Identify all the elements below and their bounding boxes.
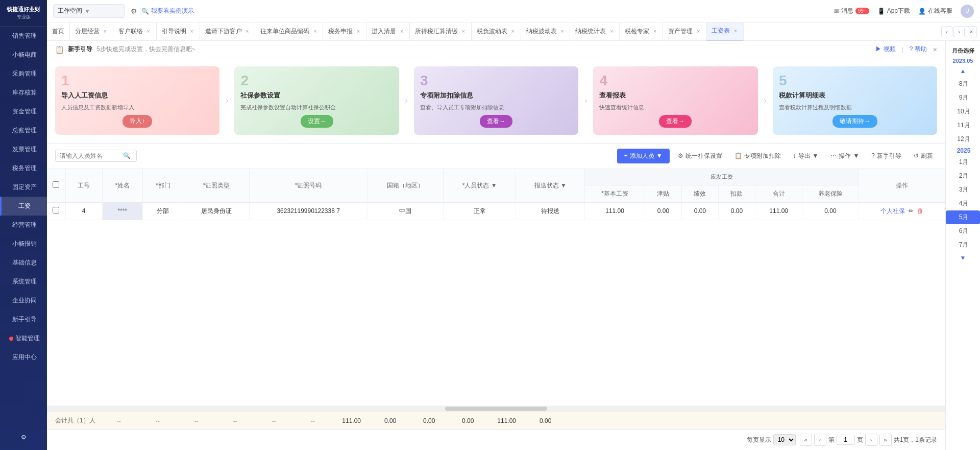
demo-link[interactable]: 🔍 我要看实例演示: [141, 7, 194, 15]
sidebar-item-marketing[interactable]: 小畅报销: [0, 234, 47, 253]
month-item-5[interactable]: 5月: [946, 210, 980, 224]
settings-icon[interactable]: ⚙: [131, 7, 137, 15]
scrollbar-thumb[interactable]: [445, 407, 547, 411]
guide-close-button[interactable]: ×: [933, 45, 937, 54]
guide-button-table[interactable]: ? 新手引导: [867, 150, 905, 162]
tab-tax-expert-close[interactable]: ×: [652, 28, 657, 35]
tab-tax-burden-close[interactable]: ×: [510, 28, 516, 35]
sidebar-item-basic[interactable]: 基础信息: [0, 253, 47, 272]
sidebar-item-smart[interactable]: 智能管理: [0, 329, 47, 348]
row-personal-social-security-link[interactable]: 个人社保: [880, 207, 905, 215]
refresh-button[interactable]: ↺ 刷新: [910, 150, 937, 162]
sidebar-item-system[interactable]: 系统管理: [0, 272, 47, 291]
operations-button[interactable]: ⋯ 操作 ▼: [826, 150, 863, 162]
month-item-1[interactable]: 1月: [946, 155, 980, 169]
horizontal-scrollbar[interactable]: [47, 406, 945, 412]
sidebar-item-guide[interactable]: 新手引导: [0, 310, 47, 329]
prev-page-button[interactable]: ‹: [814, 434, 826, 446]
tab-tax-burden[interactable]: 税负波动表 ×: [472, 22, 521, 41]
month-item-9[interactable]: 9月: [946, 91, 980, 105]
month-item-12[interactable]: 12月: [946, 132, 980, 146]
row-delete-icon[interactable]: 🗑: [917, 207, 923, 215]
sidebar-item-appcenter[interactable]: 应用中心: [0, 348, 47, 367]
step-4-btn[interactable]: 查看→: [659, 115, 692, 128]
tab-tax-stats-close[interactable]: ×: [609, 28, 614, 35]
workspace-selector[interactable]: 工作空间 ▼: [53, 4, 125, 18]
sidebar-item-ecommerce[interactable]: 小畅电商: [0, 45, 47, 64]
tab-guide-desc[interactable]: 引导说明 ×: [157, 22, 200, 41]
sidebar-item-cooperation[interactable]: 企业协同: [0, 291, 47, 310]
sidebar-item-capital[interactable]: 资金管理: [0, 102, 47, 121]
tab-tax-return[interactable]: 税务申报 ×: [323, 22, 366, 41]
tab-home[interactable]: 首页: [47, 22, 70, 41]
month-item-6[interactable]: 6月: [946, 224, 980, 238]
month-item-8[interactable]: 8月: [946, 77, 980, 91]
month-item-11[interactable]: 11月: [946, 119, 980, 132]
guide-video-link[interactable]: ▶ 视频: [875, 45, 895, 54]
tab-product-code-close[interactable]: ×: [312, 28, 317, 35]
sidebar-item-sales[interactable]: 销售管理: [0, 27, 47, 45]
tab-tax-return-close[interactable]: ×: [356, 28, 361, 35]
select-all-checkbox[interactable]: [53, 181, 59, 188]
row-edit-icon[interactable]: ✏: [909, 207, 914, 215]
message-button[interactable]: ✉ 消息 99+: [834, 7, 869, 15]
next-page-button[interactable]: ›: [865, 434, 877, 446]
user-avatar[interactable]: U: [961, 5, 974, 18]
month-item-4[interactable]: 4月: [946, 197, 980, 210]
tab-tax-stats[interactable]: 纳税统计表 ×: [570, 22, 620, 41]
tab-payroll[interactable]: 工资表 ×: [706, 22, 744, 41]
sidebar-item-assets[interactable]: 固定资产: [0, 178, 47, 197]
tab-scroll-left[interactable]: ‹: [941, 26, 952, 37]
tab-clearance[interactable]: 进入清册 ×: [366, 22, 410, 41]
month-nav-down[interactable]: ▼: [958, 253, 968, 263]
sidebar-item-tax[interactable]: 税务管理: [0, 159, 47, 178]
sidebar-item-inventory[interactable]: 库存核算: [0, 83, 47, 102]
tab-customer-close[interactable]: ×: [146, 28, 151, 35]
guide-help-link[interactable]: ? 帮助: [910, 45, 927, 54]
export-button[interactable]: ↓ 导出 ▼: [789, 150, 823, 162]
tab-layered-ops-close[interactable]: ×: [103, 28, 108, 35]
last-page-button[interactable]: »: [879, 434, 892, 446]
page-input[interactable]: [837, 435, 855, 445]
tab-layered-ops[interactable]: 分层经营 ×: [70, 22, 113, 41]
month-item-2[interactable]: 2月: [946, 169, 980, 183]
tab-tax-fluctuation-close[interactable]: ×: [560, 28, 565, 35]
add-person-button[interactable]: + 添加人员 ▼: [617, 149, 670, 163]
tab-guide-desc-close[interactable]: ×: [189, 28, 194, 35]
sidebar-item-invoice[interactable]: 发票管理: [0, 140, 47, 159]
tab-tax-fluctuation[interactable]: 纳税波动表 ×: [521, 22, 571, 41]
special-deduction-button[interactable]: 📋 专项附加扣除: [730, 150, 785, 162]
tab-income-tax-close[interactable]: ×: [461, 28, 466, 35]
step-3-btn[interactable]: 查看→: [480, 115, 512, 128]
step-2-btn[interactable]: 设置→: [301, 115, 333, 128]
tab-scroll-right[interactable]: ›: [953, 26, 965, 37]
tab-invite-close[interactable]: ×: [245, 28, 250, 35]
search-wrap[interactable]: 🔍: [55, 150, 137, 162]
month-item-10[interactable]: 10月: [946, 105, 980, 119]
tab-invite[interactable]: 邀请下游客户 ×: [200, 22, 256, 41]
tab-close-all[interactable]: ×: [966, 26, 977, 37]
sidebar-item-payroll[interactable]: 工资: [0, 197, 47, 216]
unified-social-security-button[interactable]: ⚙ 统一社保设置: [674, 150, 726, 162]
row-checkbox[interactable]: [53, 207, 59, 214]
step-1-btn[interactable]: 导入↑: [122, 115, 152, 128]
first-page-button[interactable]: «: [800, 434, 812, 446]
month-item-3[interactable]: 3月: [946, 183, 980, 197]
tab-asset-mgmt[interactable]: 资产管理 ×: [663, 22, 706, 41]
sidebar-item-purchase[interactable]: 采购管理: [0, 64, 47, 83]
month-item-7[interactable]: 7月: [946, 238, 980, 252]
sidebar-settings-button[interactable]: ⚙: [0, 429, 47, 446]
tab-income-tax[interactable]: 所得税汇算清缴 ×: [410, 22, 472, 41]
search-input[interactable]: [60, 152, 121, 159]
per-page-select[interactable]: 10 20 50: [773, 434, 796, 445]
month-nav-up[interactable]: ▲: [958, 66, 968, 76]
tab-clearance-close[interactable]: ×: [399, 28, 404, 35]
online-service-button[interactable]: 👤 在线客服: [918, 7, 952, 15]
tab-tax-expert[interactable]: 税检专家 ×: [620, 22, 663, 41]
app-download-button[interactable]: 📱 App下载: [877, 7, 910, 15]
tab-customer[interactable]: 客户联络 ×: [113, 22, 157, 41]
step-5-btn[interactable]: 敬请期待→: [832, 115, 877, 128]
sidebar-item-operations[interactable]: 经营管理: [0, 216, 47, 234]
tab-asset-mgmt-close[interactable]: ×: [696, 28, 701, 35]
tab-payroll-close[interactable]: ×: [733, 28, 738, 34]
